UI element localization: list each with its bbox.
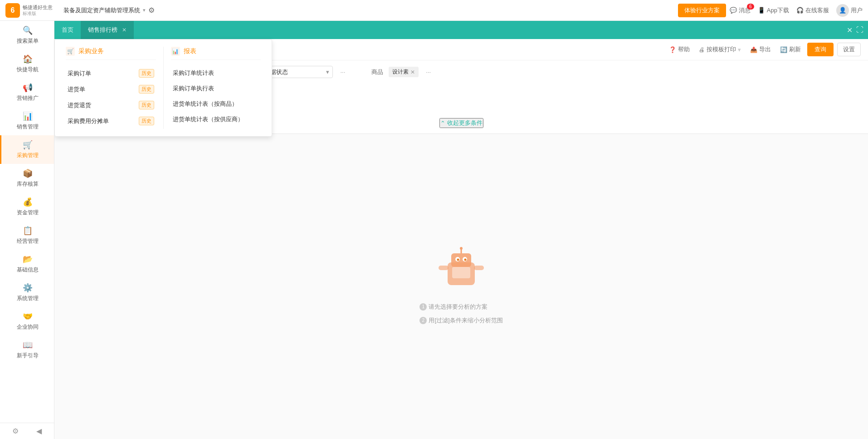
user-btn[interactable]: 👤 用户	[836, 4, 863, 17]
tab-home-label: 首页	[62, 26, 73, 34]
refresh-label: 刷新	[789, 45, 801, 54]
sidebar-item-sales[interactable]: 📊 销售管理	[0, 107, 54, 135]
svg-rect-9	[474, 266, 484, 270]
goods-label: 商品	[356, 68, 383, 76]
system-title: 装备及固定资产辅助管理系统 ▾ ⚙	[63, 6, 674, 15]
empty-state: 1 请先选择要分析的方案 2 用[过滤]条件来缩小分析范围	[54, 134, 868, 439]
sidebar-label-guide: 新手引导	[17, 352, 39, 360]
message-badge: 6	[747, 4, 754, 10]
sidebar-label-system: 系统管理	[17, 295, 39, 302]
sidebar-item-finance[interactable]: 💰 资金管理	[0, 192, 54, 221]
help-label: 帮助	[678, 45, 690, 54]
refresh-icon: 🔄	[780, 46, 787, 53]
sidebar-label-enterprise: 企业协同	[17, 323, 39, 331]
marketing-icon: 📢	[23, 83, 33, 93]
search-icon: 🔍	[23, 25, 33, 35]
svg-rect-10	[452, 267, 470, 278]
dropdown-item-order-exec[interactable]: 采购订单执行表	[171, 81, 261, 96]
sidebar: 🔍 搜索菜单 🏠 快捷导航 📢 营销推广 📊 销售管理 🛒 采购管理 📦 库存核…	[0, 21, 54, 439]
online-service-label: 在线客服	[805, 6, 829, 15]
dropdown-item-receipt-stats-supplier[interactable]: 进货单统计表（按供应商）	[171, 112, 261, 127]
sidebar-item-inventory[interactable]: 📦 库存核算	[0, 164, 54, 192]
content-area: 首页 销售排行榜 ✕ ✕ ⛶ ❓ 帮助 🖨 按模板打印 ▾	[54, 21, 868, 439]
phone-icon: 📱	[758, 7, 765, 14]
sidebar-item-guide[interactable]: 📖 新手引导	[0, 335, 54, 364]
dropdown-item-expense[interactable]: 采购费用分摊单 历史	[66, 113, 156, 129]
settings-filter-btn[interactable]: 设置	[837, 43, 861, 56]
sidebar-item-quick[interactable]: 🏠 快捷导航	[0, 49, 54, 78]
goods-tag-text: 设计素	[392, 68, 409, 76]
svg-rect-1	[451, 253, 471, 267]
hint-num-1: 1	[419, 303, 427, 311]
user-label: 用户	[851, 6, 863, 15]
history-badge-return: 历史	[139, 101, 154, 109]
dropdown-item-label-order-exec: 采购订单执行表	[173, 84, 214, 93]
sales-icon: 📊	[23, 111, 33, 121]
collapse-btn[interactable]: ⌃ 收起更多条件	[439, 118, 483, 128]
tab-actions: ✕ ⛶	[842, 26, 868, 35]
collapse-sidebar-icon[interactable]: ◀	[36, 427, 42, 435]
guide-icon: 📖	[23, 340, 33, 350]
dropdown-item-receipt-stats-goods[interactable]: 进货单统计表（按商品）	[171, 96, 261, 112]
tab-sales-rank[interactable]: 销售排行榜 ✕	[81, 21, 134, 39]
top-bar: 6 畅捷通好生意 标准版 装备及固定资产辅助管理系统 ▾ ⚙ 体验行业方案 💬 …	[0, 0, 868, 21]
export-btn[interactable]: 📤 导出	[747, 44, 774, 55]
logo-icon: 6	[5, 3, 20, 18]
sidebar-item-operations[interactable]: 📋 经营管理	[0, 221, 54, 250]
tab-close-icon[interactable]: ✕	[847, 26, 853, 35]
close-tab-icon[interactable]: ✕	[122, 27, 127, 33]
online-service-btn[interactable]: 🎧 在线客服	[796, 6, 829, 15]
avatar: 👤	[836, 4, 849, 17]
sidebar-label-search: 搜索菜单	[17, 37, 39, 45]
dropdown-item-label-purchase-order: 采购订单	[68, 69, 91, 78]
sidebar-item-system[interactable]: ⚙️ 系统管理	[0, 278, 54, 307]
sidebar-label-quick: 快捷导航	[17, 66, 39, 74]
app-download-btn[interactable]: 📱 App下载	[758, 6, 789, 15]
history-badge-purchase-order: 历史	[139, 69, 154, 78]
dropdown-menu: 🛒 采购业务 采购订单 历史 进货单 历史 进货退货 历史 采购费用分摊单	[54, 39, 272, 137]
dropdown-item-return[interactable]: 进货退货 历史	[66, 97, 156, 113]
system-title-text: 装备及固定资产辅助管理系统	[63, 6, 140, 15]
sidebar-item-search[interactable]: 🔍 搜索菜单	[0, 21, 54, 49]
dropdown-item-purchase-order[interactable]: 采购订单 历史	[66, 65, 156, 81]
system-title-arrow[interactable]: ▾	[143, 7, 146, 13]
industry-btn[interactable]: 体验行业方案	[678, 4, 726, 17]
settings-bottom-icon[interactable]: ⚙	[12, 427, 19, 435]
tab-home[interactable]: 首页	[54, 21, 81, 39]
dropdown-item-order-stats[interactable]: 采购订单统计表	[171, 65, 261, 81]
empty-illustration	[434, 247, 488, 292]
tab-expand-icon[interactable]: ⛶	[856, 26, 863, 34]
goods-dots: ···	[426, 69, 431, 75]
purchase-section-title: 🛒 采购业务	[66, 47, 156, 60]
empty-svg	[434, 247, 488, 292]
collapse-arrow-icon: ⌃	[440, 120, 445, 127]
sidebar-item-basic[interactable]: 📂 基础信息	[0, 250, 54, 278]
voucher-dots: ···	[340, 69, 345, 75]
goods-tag-remove[interactable]: ✕	[410, 69, 415, 75]
message-btn[interactable]: 💬 消息 6	[730, 6, 751, 15]
help-btn[interactable]: ❓ 帮助	[666, 44, 692, 55]
export-icon: 📤	[750, 46, 757, 53]
print-btn[interactable]: 🖨 按模板打印 ▾	[696, 44, 744, 55]
sidebar-item-purchase[interactable]: 🛒 采购管理	[0, 135, 54, 164]
hint-text-1: 请先选择要分析的方案	[429, 301, 488, 313]
svg-rect-8	[439, 266, 449, 270]
dropdown-item-receipt[interactable]: 进货单 历史	[66, 81, 156, 97]
sidebar-item-enterprise[interactable]: 🤝 企业协同	[0, 307, 54, 335]
app-download-label: App下载	[767, 6, 789, 15]
sidebar-label-inventory: 库存核算	[17, 180, 39, 188]
report-section-title: 📊 报表	[171, 47, 261, 60]
refresh-btn[interactable]: 🔄 刷新	[777, 44, 804, 55]
system-icon: ⚙️	[23, 283, 33, 293]
sidebar-label-basic: 基础信息	[17, 266, 39, 274]
dropdown-item-label-receipt: 进货单	[68, 85, 85, 94]
export-label: 导出	[759, 45, 771, 54]
basic-icon: 📂	[23, 254, 33, 264]
sidebar-item-marketing[interactable]: 📢 营销推广	[0, 78, 54, 107]
report-section-label: 报表	[184, 47, 196, 55]
print-icon: 🖨	[699, 46, 705, 53]
system-settings-icon[interactable]: ⚙	[148, 6, 155, 15]
empty-text: 1 请先选择要分析的方案 2 用[过滤]条件来缩小分析范围	[419, 301, 502, 326]
query-btn[interactable]: 查询	[807, 43, 834, 56]
operations-icon: 📋	[23, 226, 33, 236]
